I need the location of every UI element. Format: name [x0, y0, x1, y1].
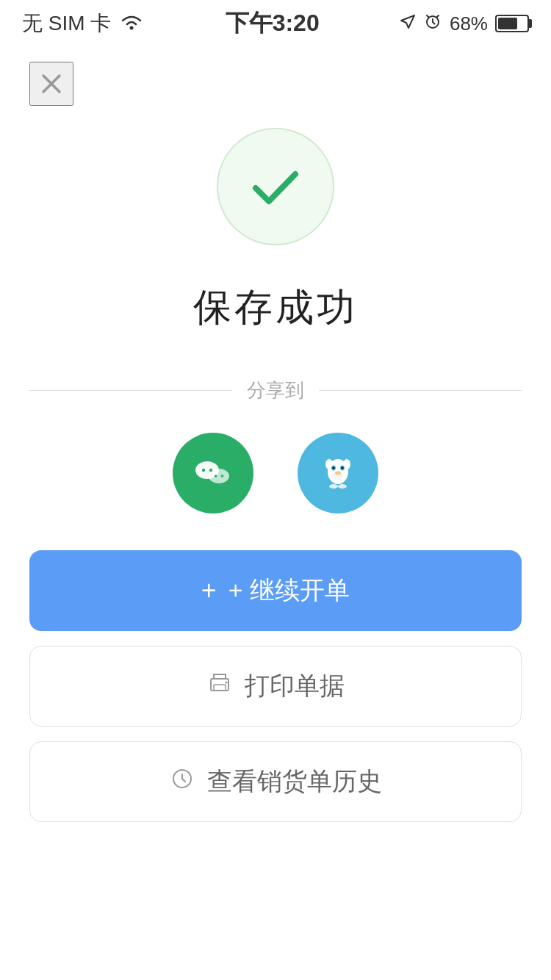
continue-button[interactable]: + + 继续开单	[29, 550, 522, 631]
wechat-share-button[interactable]	[173, 433, 253, 514]
svg-point-7	[209, 469, 212, 472]
share-divider: 分享到	[29, 378, 522, 403]
print-button-label: 打印单据	[245, 669, 345, 703]
svg-point-15	[332, 466, 335, 469]
success-circle	[217, 128, 334, 245]
svg-point-9	[221, 475, 224, 478]
main-content: 保存成功 分享到	[0, 47, 551, 851]
action-buttons: + + 继续开单 打印单据 查看销货单历	[29, 550, 522, 822]
share-section: 分享到	[29, 378, 522, 514]
svg-point-16	[341, 466, 344, 469]
status-left: 无 SIM 卡	[22, 10, 145, 37]
continue-button-label: + 继续开单	[228, 574, 350, 608]
svg-point-8	[215, 475, 217, 478]
success-title: 保存成功	[193, 282, 358, 334]
print-button[interactable]: 打印单据	[29, 646, 522, 727]
svg-point-20	[333, 472, 343, 480]
battery-percent-text: 68%	[450, 12, 488, 35]
alarm-icon	[423, 12, 442, 36]
qq-icon	[314, 450, 361, 497]
status-time: 下午3:20	[226, 7, 320, 40]
history-button[interactable]: 查看销货单历史	[29, 741, 522, 822]
status-right: 68%	[400, 12, 529, 36]
qq-share-button[interactable]	[298, 433, 378, 514]
plus-icon: +	[201, 575, 217, 606]
battery-icon	[495, 15, 529, 32]
svg-rect-22	[214, 685, 226, 691]
history-button-label: 查看销货单历史	[207, 765, 382, 799]
wechat-icon	[190, 450, 237, 497]
share-label: 分享到	[247, 378, 304, 403]
wifi-icon	[118, 12, 145, 36]
carrier-text: 无 SIM 卡	[22, 10, 111, 37]
status-bar: 无 SIM 卡 下午3:20 68%	[0, 0, 551, 47]
svg-point-6	[202, 469, 205, 472]
print-icon	[206, 670, 233, 702]
location-arrow-icon	[400, 12, 416, 35]
svg-point-19	[338, 484, 347, 489]
svg-point-18	[329, 484, 338, 489]
share-icons	[29, 433, 522, 514]
check-icon	[242, 154, 309, 220]
svg-point-0	[130, 26, 134, 29]
svg-point-23	[226, 682, 228, 684]
close-button[interactable]	[29, 62, 73, 106]
history-icon	[169, 765, 195, 798]
